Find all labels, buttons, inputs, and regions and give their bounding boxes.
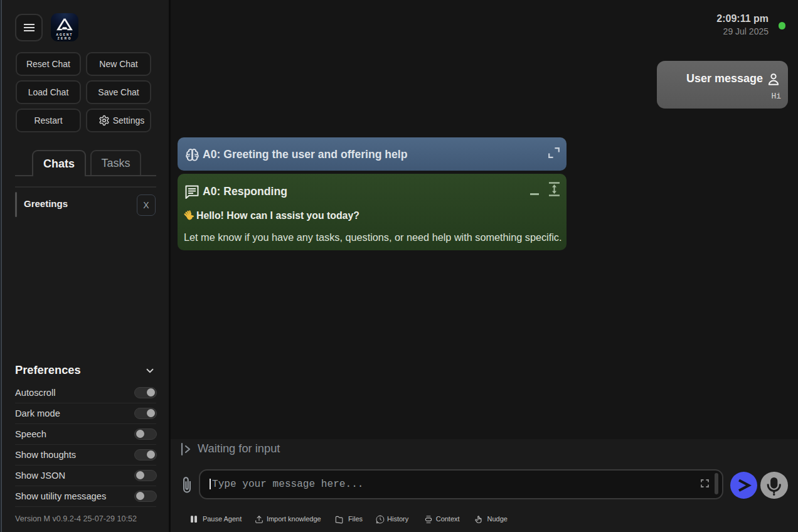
svg-text:AGENT: AGENT bbox=[56, 33, 73, 36]
svg-text:ZERO: ZERO bbox=[58, 37, 72, 40]
